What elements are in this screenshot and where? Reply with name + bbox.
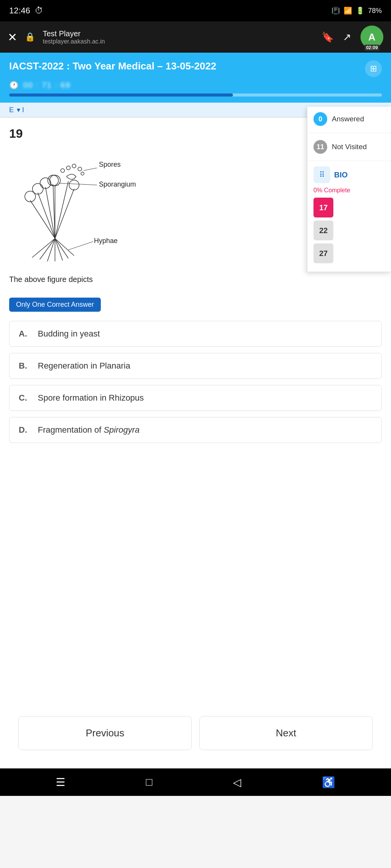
progress-bar-fill	[9, 93, 233, 97]
option-c-text: Spore formation in Rhizopus	[38, 393, 144, 403]
not-visited-row: 11 Not Visited	[307, 135, 391, 159]
url-domain: testplayer.aakash.ac.in	[43, 38, 105, 45]
svg-point-20	[81, 172, 84, 175]
timer-clock-icon: 🕐	[9, 81, 19, 90]
option-c[interactable]: C. Spore formation in Rhizopus	[9, 385, 382, 411]
home-icon[interactable]: □	[146, 776, 152, 788]
browser-actions: 🔖 ↗ A 02:09	[322, 26, 383, 48]
expand-button[interactable]: E ▾ I	[9, 106, 24, 114]
option-b[interactable]: B. Regeneration in Planaria	[9, 353, 382, 379]
exam-title: IACST-2022 : Two Year Medical – 13-05-20…	[9, 60, 382, 77]
options-list: A. Budding in yeast B. Regeneration in P…	[9, 321, 382, 449]
question-number-btn-22[interactable]: 22	[313, 221, 333, 240]
question-grid: 17 22 27	[307, 194, 391, 267]
question-number-btn-17[interactable]: 17	[313, 198, 333, 217]
next-button[interactable]: Next	[199, 716, 373, 750]
status-bar-left: 12:46 ⏱	[9, 6, 43, 16]
svg-text:Sporangium: Sporangium	[99, 180, 136, 188]
figure-caption: The above figure depicts	[9, 275, 382, 284]
svg-point-25	[50, 175, 60, 186]
progress-label: 0% Complete	[307, 187, 391, 194]
android-nav-bar: ☰ □ ◁ ♿	[0, 768, 391, 796]
svg-text:Spores: Spores	[99, 161, 121, 168]
side-panel: 0 Answered 11 Not Visited ⠿ BIO 0% Compl…	[307, 107, 391, 272]
option-d[interactable]: D. Fragmentation of Spirogyra	[9, 417, 382, 443]
previous-button[interactable]: Previous	[18, 716, 192, 750]
menu-icon[interactable]: ☰	[56, 776, 65, 789]
lock-icon: 🔒	[25, 32, 35, 42]
rhizopus-diagram: Spores Sporangium Hyphae	[9, 147, 139, 269]
url-container: Test Player testplayer.aakash.ac.in	[43, 29, 105, 45]
option-c-letter: C.	[19, 393, 30, 403]
battery-icon: 🔋	[356, 6, 364, 15]
svg-point-10	[32, 184, 43, 194]
svg-point-18	[72, 164, 76, 168]
question-number-label: 19	[9, 127, 23, 141]
answered-badge: 0	[313, 112, 327, 126]
option-a-letter: A.	[19, 329, 30, 339]
svg-line-21	[84, 168, 97, 171]
option-b-letter: B.	[19, 361, 30, 371]
grid-icon[interactable]: ⊞	[365, 60, 382, 77]
question-number-btn-27[interactable]: 27	[313, 243, 333, 263]
vibrate-icon: 📳	[331, 6, 340, 15]
subject-row: ⠿ BIO	[307, 163, 391, 187]
signal-icon: 📶	[344, 6, 352, 15]
share-icon[interactable]: ↗	[343, 31, 351, 43]
battery-percent: 78%	[368, 7, 382, 15]
close-icon[interactable]: ✕	[8, 31, 17, 44]
option-d-text: Fragmentation of Spirogyra	[38, 425, 140, 435]
status-bar: 12:46 ⏱ 📳 📶 🔋 78%	[0, 0, 391, 21]
svg-point-12	[40, 178, 51, 188]
svg-point-23	[69, 180, 79, 190]
svg-line-15	[55, 181, 68, 238]
svg-text:Hyphae: Hyphae	[94, 237, 118, 245]
progress-bar-bg	[9, 93, 382, 97]
answer-type-badge: Only One Correct Answer	[9, 298, 101, 312]
not-visited-label: Not Visited	[332, 143, 367, 151]
answered-row: 0 Answered	[307, 107, 391, 131]
option-b-text: Regeneration in Planaria	[38, 361, 130, 371]
navigation-buttons: Previous Next	[9, 701, 382, 759]
answered-label: Answered	[332, 115, 364, 123]
svg-point-17	[66, 166, 70, 170]
time-display: 12:46	[9, 6, 30, 16]
not-visited-badge: 11	[313, 140, 327, 154]
option-a-text: Budding in yeast	[38, 329, 100, 339]
clock-icon: ⏱	[35, 6, 43, 16]
subject-icon: ⠿	[313, 166, 330, 183]
avatar-timer: 02:09	[365, 45, 380, 51]
header-section: IACST-2022 : Two Year Medical – 13-05-20…	[0, 53, 391, 77]
browser-bar: ✕ 🔒 Test Player testplayer.aakash.ac.in …	[0, 21, 391, 53]
progress-container	[0, 90, 391, 103]
status-bar-right: 📳 📶 🔋 78%	[331, 6, 382, 15]
svg-point-19	[78, 167, 82, 171]
timer-value: 00 : 71 : 69	[23, 81, 71, 90]
option-d-letter: D.	[19, 425, 30, 435]
timer-row: 🕐 00 : 71 : 69	[0, 77, 391, 90]
spacer	[9, 449, 382, 701]
expand-label: E	[9, 106, 14, 114]
svg-line-29	[68, 242, 93, 250]
url-title: Test Player	[43, 29, 105, 38]
svg-point-16	[61, 169, 65, 172]
svg-line-26	[59, 183, 97, 185]
subject-label: BIO	[334, 171, 348, 179]
chevron-down-icon: ▾ I	[17, 106, 24, 114]
bookmark-icon[interactable]: 🔖	[322, 31, 334, 43]
avatar[interactable]: A 02:09	[360, 26, 383, 48]
option-a[interactable]: A. Budding in yeast	[9, 321, 382, 347]
accessibility-icon[interactable]: ♿	[322, 776, 335, 789]
svg-point-14	[48, 175, 58, 186]
back-icon[interactable]: ◁	[233, 776, 241, 789]
svg-line-22	[55, 189, 74, 238]
